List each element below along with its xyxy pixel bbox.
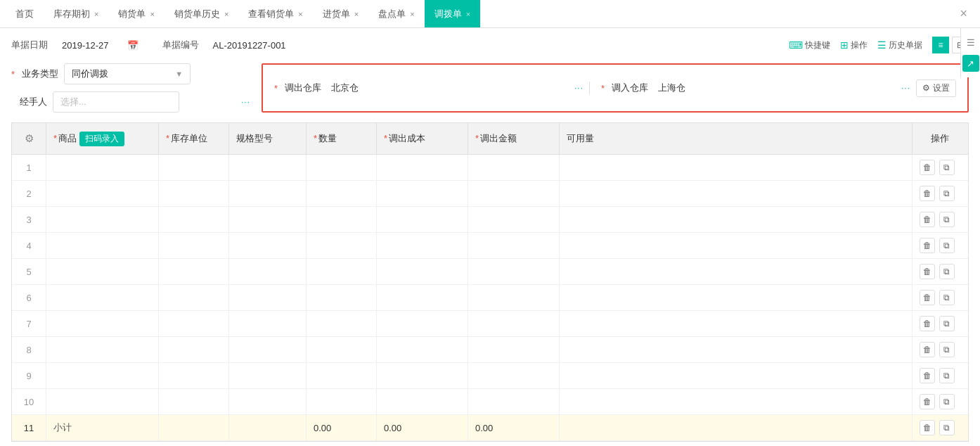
- tab-close-inventory-check[interactable]: ×: [410, 10, 414, 18]
- copy-btn[interactable]: ⧉: [939, 394, 955, 409]
- copy-btn[interactable]: ⧉: [939, 264, 955, 279]
- available-cell: [560, 233, 913, 259]
- delete-btn[interactable]: 🗑: [920, 290, 935, 305]
- copy-btn[interactable]: ⧉: [939, 212, 955, 227]
- tab-close-purchase-order[interactable]: ×: [354, 10, 359, 18]
- row-num: 10: [12, 389, 46, 415]
- spec-cell: [229, 337, 307, 363]
- tab-close-sales-history[interactable]: ×: [224, 10, 228, 18]
- table-row: 11 小计 0.00 0.00 0.00 🗑 ⧉: [12, 415, 968, 441]
- product-cell: [46, 311, 159, 337]
- panel-export-btn[interactable]: ↗: [962, 55, 979, 72]
- copy-btn[interactable]: ⧉: [939, 420, 955, 435]
- quantity-cell: [307, 259, 377, 285]
- subtotal-unit: [159, 415, 229, 441]
- available-cell: [560, 155, 913, 181]
- row-num: 6: [12, 285, 46, 311]
- copy-btn[interactable]: ⧉: [939, 160, 955, 175]
- th-gear: ⚙: [12, 123, 46, 155]
- delete-btn[interactable]: 🗑: [920, 186, 935, 201]
- th-available: 可用量: [560, 123, 913, 155]
- delete-btn[interactable]: 🗑: [920, 316, 935, 331]
- cost-cell: [377, 259, 468, 285]
- table-row: 4 🗑 ⧉: [12, 233, 968, 259]
- copy-btn[interactable]: ⧉: [939, 342, 955, 357]
- tab-inventory-init[interactable]: 库存期初 ×: [44, 0, 108, 27]
- spec-cell: [229, 207, 307, 233]
- quantity-cell: [307, 337, 377, 363]
- delete-btn[interactable]: 🗑: [920, 238, 935, 253]
- spec-cell: [229, 259, 307, 285]
- panel-note-btn[interactable]: ☰: [962, 34, 979, 51]
- delete-btn[interactable]: 🗑: [920, 264, 935, 279]
- unit-cell: [159, 363, 229, 389]
- settings-btn[interactable]: ⚙ 设置: [916, 79, 956, 97]
- row-num: 5: [12, 259, 46, 285]
- op-cell: 🗑 ⧉: [912, 389, 968, 415]
- subtotal-label: 小计: [46, 415, 159, 441]
- tab-close-transfer-order[interactable]: ×: [466, 10, 470, 18]
- row-num: 7: [12, 311, 46, 337]
- tab-sales-order[interactable]: 销货单 ×: [108, 0, 164, 27]
- tab-purchase-order[interactable]: 进货单 ×: [313, 0, 368, 27]
- person-more-btn[interactable]: ···: [241, 97, 250, 107]
- copy-btn[interactable]: ⧉: [939, 238, 955, 253]
- delete-btn[interactable]: 🗑: [920, 420, 935, 435]
- available-cell: [560, 207, 913, 233]
- copy-btn[interactable]: ⧉: [939, 186, 955, 201]
- op-cell: 🗑 ⧉: [912, 155, 968, 181]
- tab-transfer-order[interactable]: 调拨单 ×: [425, 0, 480, 27]
- op-cell: 🗑 ⧉: [912, 207, 968, 233]
- delete-btn[interactable]: 🗑: [920, 394, 935, 409]
- table-row: 1 🗑 ⧉: [12, 155, 968, 181]
- product-cell: [46, 207, 159, 233]
- tab-bar-close-btn[interactable]: ×: [953, 6, 974, 21]
- tab-close-view-sales[interactable]: ×: [298, 10, 302, 18]
- product-cell: [46, 233, 159, 259]
- warehouse-in-required-star: *: [601, 83, 605, 94]
- warehouse-out-section: * 调出仓库 北京仓 ···: [274, 82, 584, 94]
- amount-cell: [468, 363, 560, 389]
- person-select[interactable]: 选择...: [53, 91, 179, 113]
- tab-inventory-check[interactable]: 盘点单 ×: [368, 0, 424, 27]
- spec-cell: [229, 389, 307, 415]
- table-header-row: ⚙ *商品 扫码录入 *库存单位 规格型号 *数量: [12, 123, 968, 155]
- cost-cell: [377, 285, 468, 311]
- view-list-btn[interactable]: ≡: [932, 37, 949, 53]
- tab-close-inventory-init[interactable]: ×: [94, 10, 98, 18]
- tab-close-sales-order[interactable]: ×: [150, 10, 154, 18]
- subtotal-spec: [229, 415, 307, 441]
- delete-btn[interactable]: 🗑: [920, 368, 935, 383]
- cost-cell: [377, 207, 468, 233]
- row-num: 11: [12, 415, 46, 441]
- table-row: 2 🗑 ⧉: [12, 181, 968, 207]
- business-type-select[interactable]: 同价调拨 ▼: [64, 63, 191, 84]
- product-cell: [46, 363, 159, 389]
- history-btn[interactable]: ☰ 历史单据: [877, 39, 922, 51]
- warehouse-in-more-btn[interactable]: ···: [901, 83, 910, 93]
- calendar-icon[interactable]: 📅: [127, 40, 138, 51]
- delete-btn[interactable]: 🗑: [920, 212, 935, 227]
- tab-view-sales[interactable]: 查看销货单 ×: [238, 0, 312, 27]
- operate-btn[interactable]: ⊞ 操作: [840, 39, 868, 51]
- copy-btn[interactable]: ⧉: [939, 290, 955, 305]
- tab-sales-history[interactable]: 销货单历史 ×: [165, 0, 238, 27]
- tab-home[interactable]: 首页: [6, 0, 44, 27]
- cost-cell: [377, 337, 468, 363]
- th-product: *商品 扫码录入: [46, 123, 159, 155]
- unit-cell: [159, 285, 229, 311]
- copy-btn[interactable]: ⧉: [939, 368, 955, 383]
- unit-cell: [159, 337, 229, 363]
- delete-btn[interactable]: 🗑: [920, 160, 935, 175]
- table-row: 7 🗑 ⧉: [12, 311, 968, 337]
- scan-input-btn[interactable]: 扫码录入: [79, 132, 124, 146]
- warehouse-out-more-btn[interactable]: ···: [574, 83, 584, 93]
- table-row: 9 🗑 ⧉: [12, 363, 968, 389]
- copy-btn[interactable]: ⧉: [939, 316, 955, 331]
- column-settings-icon[interactable]: ⚙: [19, 129, 39, 148]
- shortcut-btn[interactable]: ⌨ 快捷键: [789, 39, 830, 51]
- op-cell: 🗑 ⧉: [912, 285, 968, 311]
- th-transfer-cost: *调出成本: [377, 123, 468, 155]
- delete-btn[interactable]: 🗑: [920, 342, 935, 357]
- warehouse-out-required-star: *: [274, 83, 278, 94]
